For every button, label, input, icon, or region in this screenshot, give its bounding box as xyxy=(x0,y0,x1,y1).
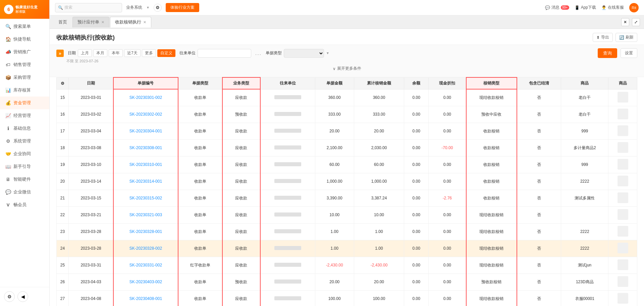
expand-more-btn[interactable]: ∨ 展开更多条件 xyxy=(333,66,361,71)
cell-amount: 20.00 xyxy=(315,273,354,290)
col-settings-icon[interactable]: ⚙ xyxy=(61,81,64,86)
sidebar-item-finance[interactable]: 💰 资金管理 xyxy=(0,97,49,109)
tab-extra-actions: ✕ ⤢ xyxy=(621,18,640,26)
cell-write-off: 2,030.00 xyxy=(354,139,404,156)
sidebar-item-system[interactable]: ⚙ 系统管理 xyxy=(0,135,49,147)
date-btn-this-year[interactable]: 本年 xyxy=(109,49,123,57)
cell-cash-discount: -70.00 xyxy=(429,139,466,156)
table-row: 25 2023-03-31 SK-20230331-002 红字收款单 应收款 … xyxy=(57,257,637,273)
app-download-item[interactable]: 📱 App下载 xyxy=(575,5,596,10)
cell-bill-no: SK-20230328-001 xyxy=(113,223,178,240)
tab-prepay[interactable]: 预计应付单 ✕ xyxy=(72,17,109,27)
col-bill-no: 单据编号 xyxy=(113,77,178,89)
cell-no: 16 xyxy=(57,106,69,123)
sidebar-item-guide[interactable]: 📖 新手引导 xyxy=(0,160,49,173)
cell-partner xyxy=(260,223,315,240)
sidebar-item-marketing[interactable]: 📣 营销推广 xyxy=(0,46,49,58)
cell-product: 999 xyxy=(561,123,608,139)
receipt-type-select[interactable] xyxy=(284,49,324,58)
tab-home[interactable]: 首页 xyxy=(54,17,72,27)
bill-no-link[interactable]: SK-20230408-001 xyxy=(129,296,162,301)
bill-no-link[interactable]: SK-20230331-002 xyxy=(129,263,162,267)
bill-no-link[interactable]: SK-20230302-002 xyxy=(129,112,162,117)
filter-settings-btn[interactable]: 设置 xyxy=(621,48,637,58)
bill-no-link[interactable]: SK-20230328-002 xyxy=(129,246,162,251)
tab-prepay-close-icon[interactable]: ✕ xyxy=(101,20,104,24)
cell-bill-type: 收款单 xyxy=(178,123,222,139)
cell-partner xyxy=(260,139,315,156)
bill-no-link[interactable]: SK-20230301-002 xyxy=(129,95,162,100)
cell-write-off: 360.00 xyxy=(354,89,404,106)
bill-no-link[interactable]: SK-20230403-002 xyxy=(129,280,162,284)
cell-bill-no: SK-20230301-002 xyxy=(113,89,178,106)
col-date: 日期 xyxy=(69,77,114,89)
bill-no-link[interactable]: SK-20230308-001 xyxy=(129,145,162,150)
cell-write-off: -2,430.00 xyxy=(354,257,404,273)
cell-product2 xyxy=(608,223,637,240)
sidebar-item-inventory[interactable]: 📊 库存核算 xyxy=(0,84,49,97)
cell-cash-discount: 0.00 xyxy=(429,89,466,106)
col-biz-type: 业务类型 xyxy=(222,77,260,89)
cell-biz-type: 应收款 xyxy=(222,123,260,139)
table-header-row: ⚙ 日期 单据编号 单据类型 业务类型 往来单位 单据金额 累计核销金额 余额 … xyxy=(57,77,637,89)
export-btn[interactable]: ⬆ 导出 xyxy=(593,33,613,42)
sidebar-item-base[interactable]: ℹ 基础信息 xyxy=(0,122,49,135)
query-btn[interactable]: 查询 xyxy=(598,48,617,58)
sidebar-item-wechat[interactable]: 💬 企业微信 xyxy=(0,186,49,198)
filter-toggle-btn[interactable]: » xyxy=(56,50,64,57)
bill-no-link[interactable]: SK-20230314-001 xyxy=(129,179,162,184)
sidebar-collapse-btn[interactable]: ◀ xyxy=(17,291,28,302)
service-icon: 👨‍💼 xyxy=(601,5,606,10)
partner-input[interactable] xyxy=(198,49,251,58)
expand-tab-btn[interactable]: ⤢ xyxy=(632,18,640,26)
date-btn-7days[interactable]: 近7天 xyxy=(124,49,141,57)
sidebar-item-system-label: 系统管理 xyxy=(13,138,31,144)
cell-bill-no: SK-20230315-002 xyxy=(113,190,178,206)
sidebar-item-sales[interactable]: 🏷 销售管理 xyxy=(0,58,49,71)
sidebar-item-hardware[interactable]: 🖥 智能硬件 xyxy=(0,173,49,186)
cell-write-off-type: 现结收款核销 xyxy=(466,206,517,223)
message-item[interactable]: 💬 消息 99+ xyxy=(545,5,569,10)
gear-icon[interactable]: ⚙ xyxy=(154,4,162,12)
sidebar-item-purchase[interactable]: 📦 采购管理 xyxy=(0,71,49,84)
cell-bill-type: 收款单 xyxy=(178,240,222,257)
table-row: 22 2023-03-21 SK-20230321-003 收款单 应收款 10… xyxy=(57,206,637,223)
date-btn-custom[interactable]: 自定义 xyxy=(157,49,175,57)
refresh-btn[interactable]: 🔄 刷新 xyxy=(615,33,637,42)
service-item[interactable]: 👨‍💼 在线客服 xyxy=(601,5,624,10)
sidebar-item-collab[interactable]: 🤝 企业协同 xyxy=(0,147,49,160)
sidebar-item-operations[interactable]: 📈 经营管理 xyxy=(0,109,49,122)
sidebar-item-member[interactable]: V 畅会员 xyxy=(0,198,49,211)
col-settings: ⚙ xyxy=(57,77,69,89)
bill-no-link[interactable]: SK-20230304-001 xyxy=(129,129,162,133)
sidebar-item-search[interactable]: 🔍 搜索菜单 xyxy=(0,20,49,33)
sidebar-footer: ⚙ ◀ xyxy=(0,287,49,306)
cell-product2 xyxy=(608,106,637,123)
sidebar-item-shortcuts[interactable]: 🏠 快捷导航 xyxy=(0,33,49,46)
close-all-tabs-btn[interactable]: ✕ xyxy=(621,18,629,26)
cell-cash-discount: 0.00 xyxy=(429,290,466,306)
col-write-off-type: 核销类型 xyxy=(466,77,517,89)
date-btn-more[interactable]: 更多 xyxy=(142,49,156,57)
date-btn-last-month[interactable]: 上月 xyxy=(78,49,92,57)
bill-no-link[interactable]: SK-20230310-001 xyxy=(129,162,162,167)
sidebar-settings-btn[interactable]: ⚙ xyxy=(4,291,15,302)
tab-collection[interactable]: 收款核销执行 ✕ xyxy=(110,17,151,27)
tab-collection-close-icon[interactable]: ✕ xyxy=(143,20,146,24)
cell-bill-type: 收款单 xyxy=(178,139,222,156)
dropdown-chevron-icon[interactable]: ▼ xyxy=(146,6,150,9)
cell-bill-type: 收款单 xyxy=(178,106,222,123)
cell-no: 18 xyxy=(57,139,69,156)
cell-write-off-type: 收款核销 xyxy=(466,123,517,139)
bill-no-link[interactable]: SK-20230315-002 xyxy=(129,196,162,200)
cell-bill-type: 收款单 xyxy=(178,206,222,223)
cell-bill-type: 收款单 xyxy=(178,89,222,106)
date-btn-this-month[interactable]: 本月 xyxy=(93,49,107,57)
cell-no: 25 xyxy=(57,257,69,273)
bill-no-link[interactable]: SK-20230328-001 xyxy=(129,229,162,234)
bill-no-link[interactable]: SK-20230321-003 xyxy=(129,212,162,217)
cell-no: 26 xyxy=(57,273,69,290)
industry-btn[interactable]: 体验行业方案 xyxy=(166,3,199,12)
user-avatar[interactable]: Rit xyxy=(629,3,639,12)
sidebar-item-collab-label: 企业协同 xyxy=(13,151,31,157)
